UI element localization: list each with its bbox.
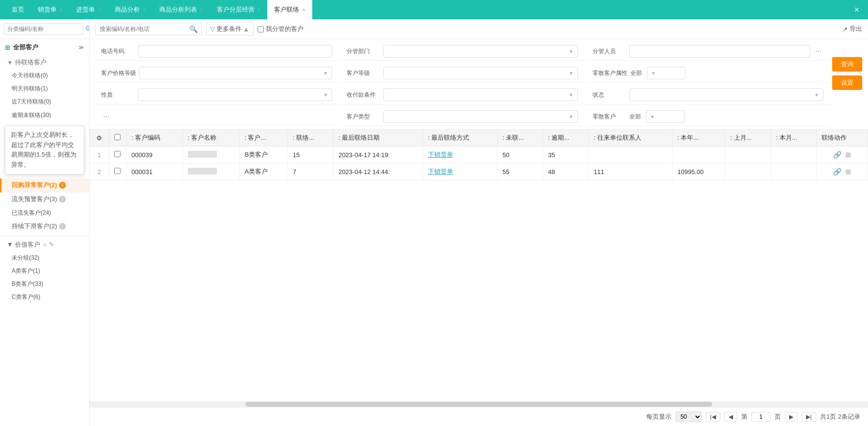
sidebar-item-7days[interactable]: 近7天待联络(0) [0,95,89,108]
row2-grid-icon[interactable]: ⊞ [845,168,851,176]
tab-product-analysis-close[interactable]: × [143,7,146,13]
first-page-button[interactable]: |◀ [706,412,720,422]
sidebar-item-overdue[interactable]: 逾期未联络(30) [0,109,89,122]
tab-product-analysis[interactable]: 商品分析 × [108,0,152,19]
sidebar-item-tomorrow[interactable]: 明天待联络(1) [0,82,89,95]
sidebar-item-b-class[interactable]: B类客户(33) [0,278,89,291]
next-page-button[interactable]: ▶ [785,412,798,422]
my-customers-checkbox-area[interactable]: 我分管的客户 [258,25,304,33]
my-customers-checkbox[interactable] [258,26,264,32]
status-select[interactable]: ▼ [629,88,823,101]
col-type[interactable]: : 客户... [240,130,288,147]
sidebar-group-pending[interactable]: ▼ 待联络客户 [0,56,89,69]
col-this-month[interactable]: : 本月... [771,130,816,147]
phone-input[interactable] [138,45,332,58]
sidebar-search-input[interactable] [4,23,83,35]
query-button[interactable]: 查询 [832,57,862,72]
col-last-date[interactable]: : 最后联络日期 [334,130,423,147]
search-icon[interactable]: 🔍 [189,25,198,33]
last-page-button[interactable]: ▶| [802,412,816,422]
tab-customer-contact[interactable]: 客户联络 × [267,0,312,19]
total-label: 共1页 2条记录 [820,412,860,421]
price-level-select[interactable]: ▼ [139,67,332,79]
col-contact-person[interactable]: : 往来单位联系人 [589,130,672,147]
customer-type-select[interactable]: ▼ [383,110,578,123]
col-overdue[interactable]: : 逾期... [543,130,589,147]
export-label: 导出 [850,25,862,33]
scattered-attr-chevron-icon: ▼ [651,71,656,76]
person-dots-button[interactable]: ··· [813,46,823,57]
more-filters-dots[interactable]: ··· [101,111,111,122]
edit-icon[interactable]: ○ [43,241,47,248]
horizontal-scrollbar[interactable] [90,401,868,407]
select-all-checkbox[interactable] [114,134,121,140]
row2-method-link[interactable]: 下销货单 [428,168,453,175]
export-icon: ↗ [842,26,848,33]
nature-select[interactable]: ▼ [138,88,332,101]
scattered-customer-select[interactable]: ▼ [646,110,685,123]
sidebar-price-customer-header[interactable]: ▼ 价值客户 ○ ✎ [0,238,89,251]
tab-customer-layer[interactable]: 客户分层经营 × [210,0,267,19]
col-contact-count[interactable]: : 联络... [288,130,333,147]
search-input[interactable] [100,26,189,32]
scrollbar-thumb[interactable] [245,402,713,407]
tab-product-analysis-list-close[interactable]: × [200,7,203,13]
col-settings[interactable]: ⚙ [90,130,109,147]
more-conditions-button[interactable]: ▽ 更多条件 ▲ [206,22,254,36]
col-code[interactable]: : 客户编码 [126,130,183,147]
sidebar-item-today[interactable]: 今天待联络(0) [0,69,89,82]
row1-this-month [771,147,816,163]
scattered-attr-select[interactable]: ▼ [647,67,685,79]
tab-customer-layer-close[interactable]: × [258,7,260,13]
sidebar-item-ungrouped[interactable]: 未分组(32) [0,251,89,264]
sidebar-item-c-class[interactable]: C类客户(6) [0,291,89,304]
row2-checkbox[interactable] [109,163,126,180]
col-this-year[interactable]: : 本年... [672,130,725,147]
per-page-select[interactable]: 50 100 200 [675,411,702,422]
sidebar-item-declining[interactable]: 持续下滑客户(2) i [0,220,89,234]
settings-button[interactable]: 设置 [832,75,862,90]
col-last-method[interactable]: : 最后联络方式 [423,130,497,147]
sidebar-all-customers[interactable]: ⊞ 全部客户 ≫ [0,39,89,56]
sidebar-item-abnormal-repurchase[interactable]: 回购异常客户(2) i [0,178,89,192]
sidebar-collapse-icon[interactable]: ≫ [78,44,84,51]
settings-icon[interactable]: ⚙ [96,134,102,142]
col-checkbox[interactable] [109,130,126,147]
row1-link-icon[interactable]: 🔗 [833,151,841,159]
tab-customer-contact-close[interactable]: × [302,7,305,13]
sidebar-item-churned[interactable]: 已流失客户(24) [0,206,89,220]
row1-grid-icon[interactable]: ⊞ [845,151,851,159]
row1-method-link[interactable]: 下销货单 [428,151,453,158]
tab-home[interactable]: 首页 [5,0,31,19]
dept-select[interactable]: ▼ [383,45,578,58]
more-conditions-label: 更多条件 [216,25,242,33]
tab-purchase-order[interactable]: 进货单 × [69,0,107,19]
person-input[interactable] [629,45,810,58]
row2-select-checkbox[interactable] [114,168,121,174]
col-last-month[interactable]: : 上月... [725,130,771,147]
col-name[interactable]: : 客户名称 [183,130,239,147]
tab-product-analysis-list[interactable]: 商品分析列表 × [152,0,210,19]
table-row: 1 000039 B类客户 15 2023-04-17 14:19: 下销货单 [90,147,868,163]
row2-last-method[interactable]: 下销货单 [423,163,497,180]
customer-level-select[interactable]: ▼ [383,67,578,79]
window-close-button[interactable]: × [850,5,863,15]
payment-select[interactable]: ▼ [383,88,578,101]
row1-select-checkbox[interactable] [114,151,121,157]
row1-last-method[interactable]: 下销货单 [423,147,497,163]
sidebar-item-churn-warning[interactable]: 流失预警客户(3) i [0,192,89,206]
export-button[interactable]: ↗ 导出 [842,25,862,33]
tab-purchase-order-close[interactable]: × [98,7,101,13]
row2-link-icon[interactable]: 🔗 [833,168,841,176]
page-number-input[interactable] [751,412,771,422]
scattered-customer-chevron-icon: ▼ [650,114,655,119]
col-not-contacted[interactable]: : 未联... [497,130,543,147]
toolbar: 🔍 ▽ 更多条件 ▲ 我分管的客户 ↗ 导出 [90,19,868,39]
prev-page-button[interactable]: ◀ [724,412,737,422]
tab-sales-order[interactable]: 销货单 × [31,0,69,19]
pencil-icon[interactable]: ✎ [49,241,54,248]
sidebar-search-icon[interactable]: 🔍 [85,26,90,33]
row1-checkbox[interactable] [109,147,126,163]
sidebar-item-a-class[interactable]: A类客户(1) [0,264,89,278]
tab-sales-order-close[interactable]: × [60,7,62,13]
